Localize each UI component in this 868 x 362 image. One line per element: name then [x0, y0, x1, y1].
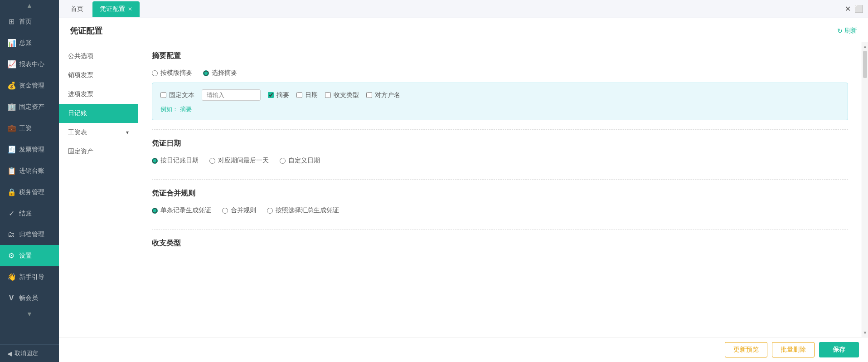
date-checkbox-label[interactable]: 日期 — [296, 91, 318, 99]
counterpart-checkbox[interactable] — [366, 92, 372, 98]
tab-close-icon[interactable]: ✕ — [128, 6, 132, 12]
window-maximize-button[interactable]: ⬜ — [854, 5, 863, 13]
sidebar-item-funds[interactable]: 💰 资金管理 — [0, 75, 59, 96]
counterpart-label: 对方户名 — [375, 91, 400, 99]
by-selection-radio[interactable] — [267, 208, 273, 214]
content-layout: 公共选项 销项发票 进项发票 日记账 工资表 ▾ 固定资产 摘要配置 — [59, 42, 868, 337]
left-nav-payroll[interactable]: 工资表 ▾ — [59, 123, 138, 142]
scrollbar-up-arrow[interactable]: ▲ — [862, 42, 868, 51]
select-summary-radio-label[interactable]: 选择摘要 — [203, 69, 237, 77]
fixed-text-checkbox[interactable] — [160, 92, 166, 98]
by-selection-label: 按照选择汇总生成凭证 — [276, 206, 339, 215]
summary-example-row: 例如： 摘要 — [160, 105, 839, 113]
sidebar-bottom-label: 取消固定 — [15, 349, 38, 357]
abstract-checkbox[interactable] — [268, 92, 274, 98]
fixed-text-input[interactable] — [202, 89, 261, 101]
sidebar-item-label: 畅会员 — [19, 294, 38, 302]
close-account-icon: ✓ — [7, 209, 15, 218]
by-journal-date-radio-label[interactable]: 按日记账日期 — [152, 157, 199, 165]
refresh-button[interactable]: ↻ 刷新 — [837, 27, 857, 35]
single-record-radio[interactable] — [152, 208, 158, 214]
sidebar-item-member[interactable]: V 畅会员 — [0, 288, 59, 308]
fixed-text-checkbox-label[interactable]: 固定文本 — [160, 91, 194, 99]
income-expense-label: 收支类型 — [334, 91, 359, 99]
update-preview-button[interactable]: 更新预览 — [725, 342, 767, 357]
sidebar-item-archive[interactable]: 🗂 归档管理 — [0, 224, 59, 245]
counterpart-checkbox-label[interactable]: 对方户名 — [366, 91, 400, 99]
select-summary-radio[interactable] — [203, 70, 209, 76]
tab-voucher-config[interactable]: 凭证配置 ✕ — [92, 1, 140, 17]
custom-date-radio-label[interactable]: 自定义日期 — [280, 157, 320, 165]
sidebar-item-label: 首页 — [19, 18, 32, 26]
merge-rules-radio-group: 单条记录生成凭证 合并规则 按照选择汇总生成凭证 — [152, 206, 848, 215]
income-expense-checkbox-label[interactable]: 收支类型 — [325, 91, 359, 99]
summary-config-section: 摘要配置 按模版摘要 选择摘要 固定文本 — [152, 51, 848, 130]
window-close-button[interactable]: ✕ — [845, 5, 851, 13]
left-nav-journal[interactable]: 日记账 — [59, 104, 138, 123]
date-checkbox[interactable] — [296, 92, 302, 98]
tab-home[interactable]: 首页 — [63, 1, 91, 17]
page-title: 凭证配置 — [70, 25, 102, 36]
left-nav-purchase-invoice-label: 进项发票 — [68, 90, 93, 98]
left-nav-purchase-invoice[interactable]: 进项发票 — [59, 85, 138, 104]
tab-bar: 首页 凭证配置 ✕ ✕ ⬜ — [59, 0, 868, 18]
left-nav-fixed-assets[interactable]: 固定资产 — [59, 142, 138, 161]
left-nav-sales-invoice[interactable]: 销项发票 — [59, 66, 138, 85]
summary-checkbox-row: 固定文本 摘要 日期 收支类型 — [160, 89, 839, 101]
refresh-icon: ↻ — [837, 27, 843, 34]
custom-date-radio[interactable] — [280, 158, 286, 164]
sidebar-item-settings[interactable]: ⚙ 设置 — [0, 245, 59, 266]
last-day-period-radio-label[interactable]: 对应期间最后一天 — [209, 157, 269, 165]
single-record-label: 单条记录生成凭证 — [160, 206, 211, 215]
sidebar-item-label: 固定资产 — [19, 103, 44, 111]
member-icon: V — [7, 294, 15, 302]
sidebar-item-label: 总账 — [19, 39, 32, 47]
sidebar-item-invoice-mgmt[interactable]: 🧾 发票管理 — [0, 139, 59, 160]
salary-icon: 💼 — [7, 124, 15, 132]
income-expense-checkbox[interactable] — [325, 92, 331, 98]
sidebar-scroll-up[interactable]: ▲ — [0, 0, 59, 11]
abstract-checkbox-label[interactable]: 摘要 — [268, 91, 289, 99]
tab-home-label: 首页 — [71, 5, 83, 13]
by-journal-date-radio[interactable] — [152, 158, 158, 164]
template-summary-radio-label[interactable]: 按模版摘要 — [152, 69, 192, 77]
merge-rules-title: 凭证合并规则 — [152, 189, 848, 198]
merge-rules-option-radio[interactable] — [222, 208, 228, 214]
sidebar-item-guide[interactable]: 👋 新手引导 — [0, 266, 59, 288]
scrollbar-down-arrow[interactable]: ▼ — [862, 328, 868, 337]
sidebar-item-salary[interactable]: 💼 工资 — [0, 117, 59, 139]
by-selection-radio-label[interactable]: 按照选择汇总生成凭证 — [267, 206, 339, 215]
batch-delete-button[interactable]: 批量删除 — [772, 342, 815, 357]
guide-icon: 👋 — [7, 273, 15, 281]
left-nav-journal-label: 日记账 — [68, 109, 87, 117]
template-summary-radio[interactable] — [152, 70, 158, 76]
template-summary-label: 按模版摘要 — [160, 69, 192, 77]
sidebar-unpin-button[interactable]: ◀ 取消固定 — [0, 344, 59, 362]
sidebar-item-assets[interactable]: 🏢 固定资产 — [0, 96, 59, 117]
sidebar-item-home[interactable]: ⊞ 首页 — [0, 11, 59, 32]
sidebar-item-close[interactable]: ✓ 结账 — [0, 203, 59, 224]
assets-icon: 🏢 — [7, 103, 15, 111]
sidebar-item-ledger[interactable]: 📊 总账 — [0, 32, 59, 54]
merge-rules-radio-label[interactable]: 合并规则 — [222, 206, 256, 215]
scrollbar-thumb[interactable] — [863, 51, 867, 78]
ledger-icon: 📊 — [7, 39, 15, 47]
fixed-text-label: 固定文本 — [169, 91, 194, 99]
left-nav-public[interactable]: 公共选项 — [59, 47, 138, 66]
sidebar-item-label: 资金管理 — [19, 82, 44, 90]
sidebar-item-label: 发票管理 — [19, 146, 44, 154]
sidebar-item-reports[interactable]: 📈 报表中心 — [0, 54, 59, 75]
by-journal-date-label: 按日记账日期 — [160, 157, 199, 165]
sidebar-item-purchase-sale[interactable]: 📋 进销台账 — [0, 160, 59, 181]
sidebar-scroll-down[interactable]: ▼ — [0, 308, 59, 319]
main-area: 首页 凭证配置 ✕ ✕ ⬜ 凭证配置 ↻ 刷新 公共选项 销项发票 进项 — [59, 0, 868, 362]
single-record-radio-label[interactable]: 单条记录生成凭证 — [152, 206, 211, 215]
sidebar-item-label: 结账 — [19, 210, 32, 218]
income-expense-section-title: 收支类型 — [152, 239, 848, 248]
last-day-period-radio[interactable] — [209, 158, 215, 164]
tab-bar-actions: ✕ ⬜ — [845, 5, 863, 13]
summary-config-title: 摘要配置 — [152, 51, 848, 61]
save-button[interactable]: 保存 — [819, 342, 859, 357]
merge-rules-section: 凭证合并规则 单条记录生成凭证 合并规则 按照选择汇总生成凭证 — [152, 189, 848, 230]
sidebar-item-tax[interactable]: 🔒 税务管理 — [0, 181, 59, 203]
